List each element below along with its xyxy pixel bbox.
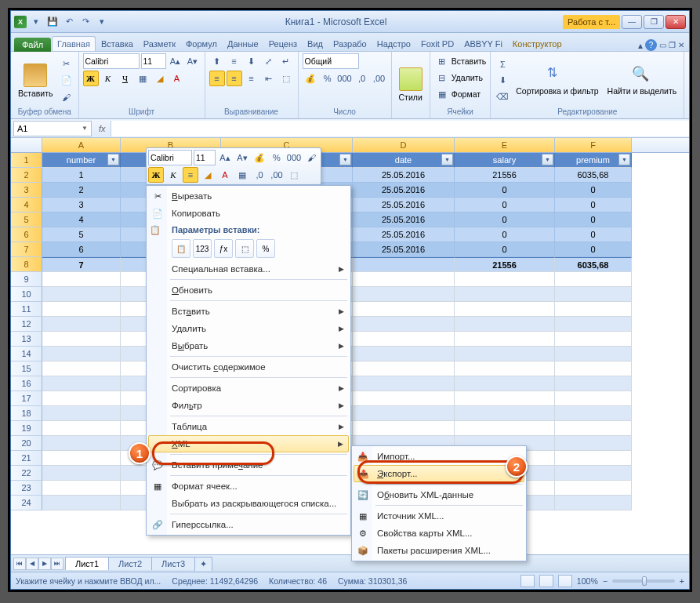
mini-percent-icon[interactable]: % [269,150,285,165]
cells-delete[interactable]: ⊟Удалить [434,70,483,85]
table-cell[interactable]: 0 [555,227,632,242]
clear-icon[interactable]: ⌫ [495,89,510,105]
sheet-nav-last[interactable]: ⏭ [51,558,63,570]
cell[interactable] [353,376,455,391]
grow-font-icon[interactable]: A▴ [168,53,183,69]
cell[interactable] [555,496,632,510]
qat-save[interactable]: 💾 [45,15,60,29]
align-middle-icon[interactable]: ≡ [227,53,242,69]
zoom-out[interactable]: − [603,576,608,586]
bold-button[interactable]: Ж [83,71,99,86]
qat-more[interactable]: ▾ [95,15,109,29]
row-header[interactable]: 23 [11,481,42,496]
mini-grow-font-icon[interactable]: A▴ [217,150,233,165]
align-center-icon[interactable]: ≡ [227,71,242,86]
zoom-slider[interactable] [612,579,675,583]
table-cell[interactable]: 3 [42,198,121,213]
zoom-in[interactable]: + [680,576,684,586]
mini-merge-icon[interactable]: ⬚ [286,167,302,183]
table-cell[interactable]: 4 [42,213,121,227]
table-header[interactable]: number▼ [42,153,121,168]
filter-icon[interactable]: ▼ [618,154,630,165]
cell[interactable] [353,302,455,317]
view-layout-icon[interactable] [539,575,553,587]
percent-icon[interactable]: % [320,71,335,86]
table-cell[interactable]: 25.05.2016 [353,198,455,213]
sheet-tab-3[interactable]: Лист3 [151,557,195,570]
align-bottom-icon[interactable]: ⬇ [244,53,259,69]
tab-home[interactable]: Главная [52,36,96,51]
currency-icon[interactable]: 💰 [303,71,318,86]
copy-icon[interactable]: 📄 [59,73,74,89]
row-header[interactable]: 1 [11,153,42,168]
cut-icon[interactable]: ✂ [59,56,74,72]
sub-xml-map-props[interactable]: ⚙Свойства карты XML... [354,525,524,542]
table-cell[interactable]: 0 [455,198,555,213]
cell[interactable] [455,361,555,376]
inc-decimal-icon[interactable]: ,0 [354,71,370,86]
paste-button[interactable]: Вставить [15,62,56,100]
ctx-delete[interactable]: Удалить▶ [148,320,349,337]
cell[interactable] [455,421,555,436]
row-header[interactable]: 3 [11,183,42,198]
table-header[interactable]: date▼ [353,153,455,168]
col-header-a[interactable]: A [42,138,121,152]
sheet-nav-prev[interactable]: ◀ [26,558,38,570]
col-header-e[interactable]: E [455,138,555,152]
cell[interactable] [353,272,455,287]
cell[interactable] [42,421,121,436]
mini-dec-dec-icon[interactable]: ,00 [269,167,285,183]
cell[interactable] [555,391,632,406]
ctx-dropdown-list[interactable]: Выбрать из раскрывающегося списка... [148,495,349,512]
qat-dropdown[interactable]: ▾ [29,15,43,29]
cell[interactable] [42,436,121,451]
tab-layout[interactable]: Разметк [139,37,180,51]
sheet-tab-1[interactable]: Лист1 [65,557,109,570]
table-cell[interactable]: 2 [42,183,121,198]
row-header[interactable]: 16 [11,376,42,391]
cell[interactable] [353,391,455,406]
paste-opt-values[interactable]: 123 [193,239,212,258]
cell[interactable] [555,361,632,376]
cell[interactable] [353,421,455,436]
ctx-insert[interactable]: Вставить▶ [148,303,349,320]
paste-opt-formatting[interactable]: % [256,239,275,258]
cell[interactable] [42,391,121,406]
cell[interactable] [555,317,632,332]
cell[interactable] [555,376,632,391]
table-cell[interactable]: 6035,68 [555,168,632,183]
mini-comma-icon[interactable]: 000 [286,150,302,165]
cell[interactable] [42,347,121,361]
row-header[interactable]: 9 [11,272,42,287]
cells-format[interactable]: ▦Формат [434,86,481,102]
cell[interactable] [42,302,121,317]
cell[interactable] [555,272,632,287]
styles-button[interactable]: Стили [396,66,426,104]
tab-review[interactable]: Реценз [264,37,302,51]
shrink-font-icon[interactable]: A▾ [185,53,201,69]
row-header[interactable]: 22 [11,466,42,481]
row-header[interactable]: 4 [11,198,42,213]
cell[interactable] [42,481,121,496]
font-size-selector[interactable] [141,53,166,69]
fx-label[interactable]: fx [94,124,111,133]
table-cell[interactable]: 1 [42,168,121,183]
table-cell[interactable]: 0 [555,198,632,213]
ctx-hyperlink[interactable]: 🔗Гиперссылка... [148,516,349,533]
cell[interactable] [353,317,455,332]
zoom-level[interactable]: 100% [577,576,598,586]
cell[interactable] [455,287,555,302]
cell[interactable] [42,272,121,287]
cell[interactable] [42,287,121,302]
ctx-refresh[interactable]: Обновить [148,282,349,299]
ctx-select[interactable]: Выбрать▶ [148,337,349,354]
cell[interactable] [555,406,632,421]
table-cell[interactable]: 21556 [455,168,555,183]
mini-currency-icon[interactable]: 💰 [252,150,267,165]
find-select-button[interactable]: 🔍 Найти и выделить [604,64,680,98]
mini-font-name[interactable] [148,150,192,165]
font-color-icon[interactable]: A [169,71,185,86]
autosum-icon[interactable]: Σ [495,56,510,72]
table-cell[interactable]: 0 [555,242,632,257]
table-cell[interactable]: 7 [42,257,121,272]
